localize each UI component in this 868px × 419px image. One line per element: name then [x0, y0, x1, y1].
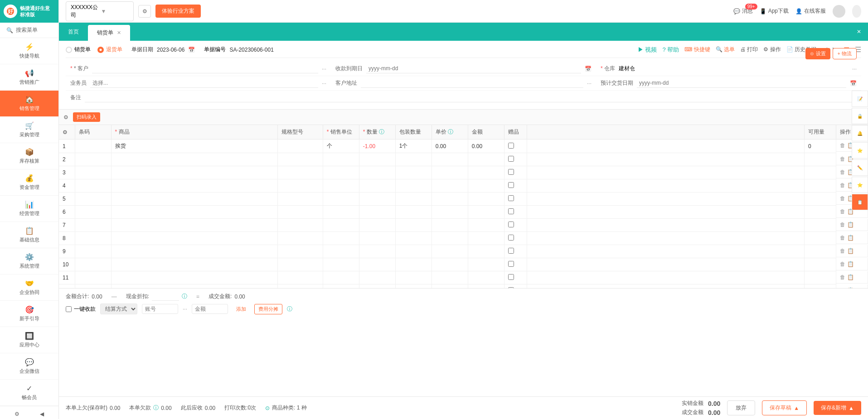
customer-address-input[interactable]: [361, 78, 583, 88]
save-draft-button[interactable]: 保存草稿 ▲: [762, 400, 807, 415]
expense-split-button[interactable]: 费用分摊: [254, 304, 282, 314]
amount-input[interactable]: [192, 304, 228, 314]
float-btn-5[interactable]: ✏️: [852, 159, 868, 176]
copy-icon[interactable]: 📋: [847, 261, 854, 267]
payment-more-icon[interactable]: ···: [183, 306, 187, 312]
sidebar-item-basic[interactable]: 📋 基础信息: [0, 222, 58, 248]
delete-icon[interactable]: 🗑: [840, 142, 845, 149]
note-input[interactable]: [85, 93, 857, 102]
gift-checkbox[interactable]: [508, 208, 514, 214]
payment-account-input[interactable]: [142, 304, 178, 314]
delete-icon[interactable]: 🗑: [840, 261, 845, 267]
app-download-button[interactable]: 📱 App下载: [760, 7, 789, 15]
collapse-icon[interactable]: ◀: [40, 411, 44, 417]
window-close-icon[interactable]: ✕: [857, 29, 861, 35]
row-price[interactable]: 0.00: [432, 140, 468, 153]
table-scroll[interactable]: ⚙ 条码 * 商品 规格型号 * 销售单位 * 数量 ⓘ 包装数量 单价 ⓘ 金…: [59, 125, 868, 288]
row-qty[interactable]: -1.00: [359, 140, 395, 153]
delete-icon[interactable]: 🗑: [840, 208, 845, 215]
sidebar-item-finance[interactable]: 💰 资金管理: [0, 169, 58, 196]
settings-icon[interactable]: ⚙: [15, 411, 19, 417]
abandon-button[interactable]: 放弃: [727, 400, 755, 415]
tab-sales-order[interactable]: 销货单 ✕: [88, 25, 130, 41]
sidebar-item-inventory[interactable]: 📦 库存核算: [0, 143, 58, 169]
save-new-button[interactable]: 保存&新增 ▲: [814, 401, 861, 415]
copy-icon[interactable]: 📋: [847, 235, 854, 241]
online-service-button[interactable]: 👤 在线客服: [795, 7, 826, 15]
add-payment-button[interactable]: 添加: [233, 304, 250, 314]
delete-icon[interactable]: 🗑: [840, 169, 845, 175]
float-btn-6[interactable]: ⭐: [852, 177, 868, 193]
date-calendar-icon[interactable]: 📅: [188, 47, 195, 53]
float-btn-active[interactable]: 📋: [852, 194, 868, 210]
gift-checkbox[interactable]: [508, 169, 514, 175]
sidebar-item-appstore[interactable]: 🔲 应用中心: [0, 327, 58, 353]
delete-icon[interactable]: 🗑: [840, 195, 845, 202]
help-action[interactable]: ? 帮助: [662, 46, 679, 54]
tab-close-icon[interactable]: ✕: [117, 30, 121, 36]
settings-gear-button[interactable]: ⚙: [138, 5, 151, 18]
float-btn-3[interactable]: 🔔: [852, 125, 868, 141]
row-product[interactable]: 挨货: [111, 140, 277, 153]
filter-action[interactable]: 🔍 选单: [716, 46, 735, 53]
tab-home[interactable]: 首页: [59, 23, 88, 41]
float-btn-2[interactable]: 🔒: [852, 108, 868, 124]
customer-more-icon[interactable]: ···: [322, 66, 326, 72]
one-click-checkbox[interactable]: [66, 306, 72, 312]
sidebar-item-system[interactable]: ⚙️ 系统管理: [0, 248, 58, 275]
video-action[interactable]: ▶ 视频: [638, 46, 657, 54]
operation-action[interactable]: ⚙ 操作: [763, 46, 781, 53]
sidebar-item-wechat[interactable]: 💬 企业微信: [0, 353, 58, 380]
user-avatar[interactable]: [833, 5, 845, 18]
sidebar-item-collab[interactable]: 🤝 企业协同: [0, 275, 58, 301]
gift-checkbox[interactable]: [508, 195, 514, 201]
sidebar-item-member[interactable]: ✓ 畅会员: [0, 380, 58, 406]
address-more-icon[interactable]: ···: [587, 80, 592, 87]
delete-icon[interactable]: 🗑: [840, 156, 845, 162]
sidebar-item-marketing[interactable]: 📢 营销推广: [0, 64, 58, 91]
sidebar-item-guide[interactable]: 🎯 新手引导: [0, 301, 58, 327]
payment-calendar-icon[interactable]: 📅: [585, 66, 592, 72]
float-btn-4[interactable]: ⭐: [852, 142, 868, 159]
scan-button[interactable]: 扫码录入: [73, 112, 100, 122]
gift-checkbox[interactable]: [508, 143, 514, 149]
sales-order-radio[interactable]: 销货单: [66, 46, 91, 53]
table-settings-icon[interactable]: ⚙: [63, 114, 68, 120]
salesperson-more-icon[interactable]: ···: [322, 80, 326, 87]
warehouse-more-icon[interactable]: ···: [852, 66, 857, 72]
gift-checkbox[interactable]: [508, 222, 514, 227]
payment-date-input[interactable]: [366, 64, 581, 73]
settings-button[interactable]: ⊙ 设置: [805, 48, 830, 59]
sidebar-item-purchase[interactable]: 🛒 采购管理: [0, 117, 58, 143]
delete-icon[interactable]: 🗑: [840, 235, 845, 241]
copy-icon[interactable]: 📋: [847, 248, 854, 254]
float-btn-1[interactable]: 📝: [852, 91, 868, 107]
return-order-radio[interactable]: 退货单: [97, 46, 122, 53]
sidebar-item-quick-nav[interactable]: ⚡ 快捷导航: [0, 38, 58, 64]
print-action[interactable]: 🖨 打印: [740, 46, 758, 53]
discount-input[interactable]: [152, 292, 179, 301]
expected-calendar-icon[interactable]: 📅: [850, 80, 857, 87]
gift-checkbox[interactable]: [508, 235, 514, 241]
search-menu[interactable]: 🔍 搜索菜单: [0, 23, 58, 38]
row-gift[interactable]: [504, 140, 527, 153]
gift-checkbox[interactable]: [508, 248, 514, 254]
copy-icon[interactable]: 📋: [847, 222, 854, 228]
sidebar-item-sales[interactable]: 🏠 销售管理: [0, 91, 58, 117]
gift-checkbox[interactable]: [508, 261, 514, 267]
shortcut-action[interactable]: ⌨ 快捷键: [684, 46, 710, 53]
salesperson-input[interactable]: [90, 78, 318, 88]
gift-checkbox[interactable]: [508, 156, 514, 162]
sidebar-item-operation[interactable]: 📊 经营管理: [0, 196, 58, 222]
gift-checkbox[interactable]: [508, 182, 514, 188]
delete-icon[interactable]: 🗑: [840, 182, 845, 188]
message-button[interactable]: 💬 消息 99+: [733, 7, 753, 15]
user-menu[interactable]: [852, 5, 861, 18]
delete-icon[interactable]: 🗑: [840, 222, 845, 228]
calc-method-select[interactable]: 结算方式: [100, 303, 137, 314]
copy-icon[interactable]: 📋: [847, 274, 854, 280]
customer-input[interactable]: [92, 64, 318, 73]
one-click-payment[interactable]: 一键收款: [66, 305, 96, 313]
company-selector[interactable]: XXXXXX公司 ▼: [66, 1, 134, 21]
delete-icon[interactable]: 🗑: [840, 248, 845, 254]
